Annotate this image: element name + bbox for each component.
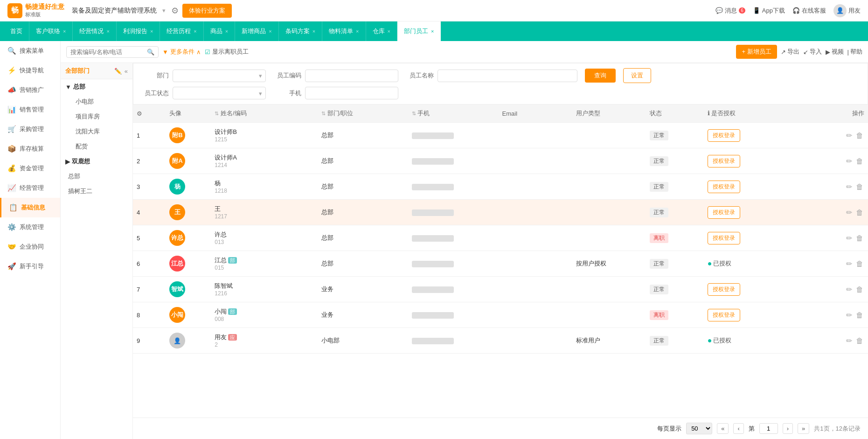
avatar: 👤 <box>169 333 185 348</box>
filter-query-button[interactable]: 查询 <box>585 69 616 83</box>
delete-button[interactable]: 🗑 <box>856 157 863 166</box>
auth-login-button[interactable]: 授权登录 <box>708 181 740 193</box>
import-button[interactable]: ↙ 导入 <box>803 48 822 56</box>
more-filter-btn[interactable]: ▼ 更多条件 ∧ <box>162 48 201 56</box>
edit-button[interactable]: ✏ <box>846 208 852 217</box>
dept-item-zongbu-standalone[interactable]: 总部 <box>61 169 132 184</box>
sidebar-item-purchase[interactable]: 🛒 采购管理 <box>0 119 60 139</box>
trial-button[interactable]: 体验行业方案 <box>182 4 232 18</box>
page-number-input[interactable] <box>759 423 778 434</box>
sidebar-item-nav[interactable]: ⚡ 快捷导航 <box>0 61 60 80</box>
sidebar-item-guide[interactable]: 🚀 新手引导 <box>0 257 60 276</box>
per-page-select[interactable]: 50 20 100 <box>686 423 712 434</box>
auth-login-button[interactable]: 授权登录 <box>708 309 740 321</box>
add-employee-button[interactable]: + 新增员工 <box>736 45 777 59</box>
sidebar-item-finance[interactable]: 💰 资金管理 <box>0 159 60 178</box>
row-no: 3 <box>133 174 166 200</box>
view-button[interactable]: ▶ 视频 <box>826 48 844 56</box>
sidebar-item-basic[interactable]: 📋 基础信息 <box>0 198 60 217</box>
sidebar-item-inventory[interactable]: 📦 库存核算 <box>0 139 60 159</box>
show-resigned-toggle[interactable]: ☑ 显示离职员工 <box>205 48 249 56</box>
filter-set-button[interactable]: 设置 <box>623 68 651 83</box>
filter-emp-name-input[interactable] <box>437 70 577 82</box>
table-row: 2 附A 设计师A 1214 总部 正常 授权登录 ✏ 🗑 <box>133 148 868 174</box>
message-btn[interactable]: 💬 消息 6 <box>715 7 745 15</box>
tab-profit[interactable]: 利润报告× <box>117 21 160 41</box>
dept-item-xiaodian[interactable]: 小电部 <box>68 94 132 109</box>
edit-button[interactable]: ✏ <box>846 234 852 243</box>
filter-emp-code-input[interactable] <box>305 70 398 82</box>
tab-operation[interactable]: 经营情况× <box>73 21 116 41</box>
delete-button[interactable]: 🗑 <box>856 234 863 243</box>
delete-button[interactable]: 🗑 <box>856 183 863 191</box>
export-button[interactable]: ↗ 导出 <box>781 48 799 56</box>
filter-status-select[interactable] <box>173 87 266 99</box>
avatar: 智斌 <box>169 281 185 297</box>
delete-button[interactable]: 🗑 <box>856 311 863 320</box>
edit-button[interactable]: ✏ <box>846 311 852 320</box>
sort-dept-icon[interactable]: ⇅ <box>321 111 326 116</box>
filter-phone-input[interactable] <box>305 87 398 99</box>
sidebar-item-sales[interactable]: 📊 销售管理 <box>0 100 60 119</box>
status-badge: 正常 <box>650 156 668 166</box>
service-btn[interactable]: 🎧 在线客服 <box>792 7 826 15</box>
auth-login-button[interactable]: 授权登录 <box>708 155 740 167</box>
sidebar-item-system[interactable]: ⚙️ 系统管理 <box>0 217 60 237</box>
tab-barcode[interactable]: 条码方案× <box>279 21 322 41</box>
prev-page-button[interactable]: ‹ <box>733 423 743 434</box>
delete-button[interactable]: 🗑 <box>856 260 863 268</box>
search-input[interactable] <box>70 49 145 56</box>
table-row: 8 小闯 小闯部 008 业务 离职 授权登录 ✏ 🗑 <box>133 302 868 328</box>
dept-item-shenyang[interactable]: 沈阳大库 <box>68 124 132 139</box>
delete-button[interactable]: 🗑 <box>856 132 863 140</box>
edit-button[interactable]: ✏ <box>846 157 852 166</box>
last-page-button[interactable]: » <box>798 423 809 434</box>
mgmt-icon: 📈 <box>7 184 16 192</box>
edit-button[interactable]: ✏ <box>846 182 852 191</box>
auth-login-button[interactable]: 授权登录 <box>708 206 740 219</box>
edit-button[interactable]: ✏ <box>846 259 852 268</box>
auth-login-button[interactable]: 授权登录 <box>708 283 740 296</box>
dept-group-header-zongbu[interactable]: ▼ 总部 <box>61 79 132 94</box>
tab-warehouse[interactable]: 仓库× <box>366 21 397 41</box>
delete-button[interactable]: 🗑 <box>856 209 863 217</box>
help-button[interactable]: | 帮助 <box>847 48 862 56</box>
tab-bom[interactable]: 物料清单× <box>322 21 366 41</box>
settings-icon[interactable]: ⚙ <box>137 110 142 117</box>
edit-button[interactable]: ✏ <box>846 131 852 140</box>
dept-group-header-shuanglu[interactable]: ▶ 双鹿想 <box>61 154 132 169</box>
app-download-btn[interactable]: 📱 App下载 <box>753 7 785 15</box>
tab-customer[interactable]: 客户联络× <box>29 21 73 41</box>
dept-collapse-icon[interactable]: « <box>125 68 128 75</box>
tab-goods[interactable]: 商品× <box>204 21 235 41</box>
sort-name-icon[interactable]: ⇅ <box>215 111 219 116</box>
sort-phone-icon[interactable]: ⇅ <box>412 111 416 116</box>
edit-button[interactable]: ✏ <box>846 285 852 294</box>
next-page-button[interactable]: › <box>783 423 793 434</box>
filter-dept-select[interactable] <box>173 70 266 82</box>
delete-button[interactable]: 🗑 <box>856 286 863 294</box>
sidebar-item-marketing[interactable]: 📣 营销推广 <box>0 80 60 100</box>
delete-button[interactable]: 🗑 <box>856 337 863 345</box>
row-avatar: 小闯 <box>166 302 211 328</box>
user-menu[interactable]: 👤 用友 <box>833 4 861 17</box>
first-page-button[interactable]: « <box>717 423 729 434</box>
tab-home[interactable]: 首页 <box>4 21 29 41</box>
auth-login-button[interactable]: 授权登录 <box>708 129 740 142</box>
dept-item-project[interactable]: 项目库房 <box>68 109 132 124</box>
sidebar-item-mgmt[interactable]: 📈 经营管理 <box>0 178 60 198</box>
tab-history[interactable]: 经营历程× <box>160 21 203 41</box>
dept-item-chashuwang[interactable]: 插树王二 <box>61 184 132 199</box>
gear-button[interactable]: ⚙ <box>171 6 179 16</box>
phone-blur <box>412 209 454 216</box>
sidebar-item-collab[interactable]: 🤝 企业协同 <box>0 237 60 257</box>
row-operations: ✏ 🗑 <box>802 225 868 251</box>
tab-dept-employee[interactable]: 部门员工× <box>397 21 441 41</box>
sidebar-item-search[interactable]: 🔍 搜索菜单 <box>0 41 60 61</box>
auth-login-button[interactable]: 授权登录 <box>708 232 740 244</box>
edit-button[interactable]: ✏ <box>846 336 852 345</box>
dept-edit-icon[interactable]: ✏️ <box>114 68 122 75</box>
tab-new-goods[interactable]: 新增商品× <box>235 21 278 41</box>
row-email <box>499 225 572 251</box>
dept-item-peihuo[interactable]: 配货 <box>68 139 132 154</box>
